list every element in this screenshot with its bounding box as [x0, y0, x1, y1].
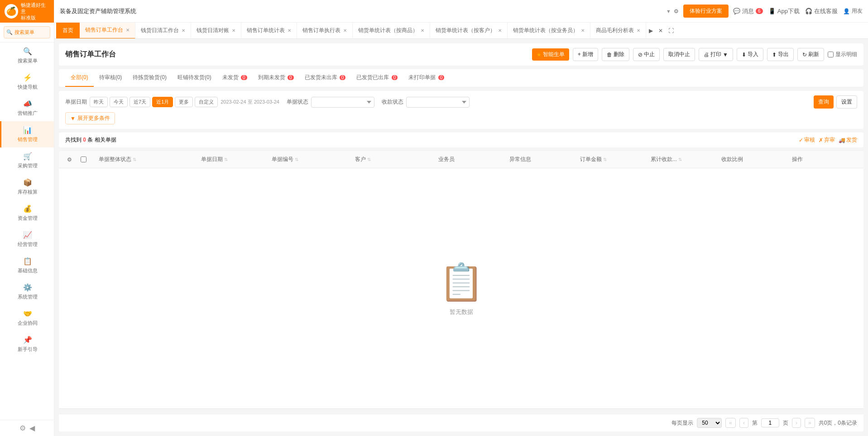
sidebar-item-inventory[interactable]: 📦 库存核算 [0, 174, 54, 200]
sub-tab-not-shipped[interactable]: 未发货 0 [217, 69, 253, 87]
tab-cash-daily[interactable]: 钱货日清工作台 ✕ [135, 23, 191, 39]
first-page-button[interactable]: « [725, 418, 736, 428]
smart-create-button[interactable]: ★ 智能生单 [532, 48, 569, 61]
payment-select[interactable] [406, 97, 470, 108]
tab-sales-workbench[interactable]: 销售订单工作台 ✕ [80, 23, 135, 39]
tab-gross-margin[interactable]: 商品毛利分析表 ✕ [590, 23, 646, 39]
sort-date-icon[interactable]: ⇅ [224, 157, 228, 162]
sort-amount-icon[interactable]: ⇅ [603, 157, 607, 162]
sidebar-item-finance[interactable]: 💰 资金管理 [0, 200, 54, 226]
sub-tab-pending-inspect[interactable]: 待拣货验货(0) [127, 69, 172, 87]
tab-more-button[interactable]: ▶ [646, 23, 656, 39]
last-page-button[interactable]: » [805, 418, 815, 428]
sub-tab-shipped-not-out[interactable]: 已发货未出库 0 [299, 69, 351, 87]
sort-number-icon[interactable]: ⇅ [295, 157, 298, 162]
tab-close-icon[interactable]: ✕ [232, 28, 235, 33]
table-scrollbar[interactable] [59, 408, 863, 414]
table-body-empty: 📋 暂无数据 [59, 168, 863, 408]
prev-page-button[interactable]: ‹ [739, 418, 748, 428]
industry-solution-button[interactable]: 体验行业方案 [683, 5, 729, 18]
th-checkbox[interactable] [77, 151, 95, 168]
th-customer[interactable]: 客户 ⇅ [351, 151, 435, 168]
tab-home[interactable]: 首页 [56, 23, 80, 39]
date-btn-today[interactable]: 今天 [110, 97, 128, 107]
tab-close-icon[interactable]: ✕ [581, 28, 585, 33]
sidebar-item-enterprise[interactable]: 🤝 企业协同 [0, 305, 54, 331]
sub-tab-all[interactable]: 全部(0) [65, 69, 94, 87]
online-service-button[interactable]: 🎧 在线客服 [805, 7, 838, 15]
user-menu[interactable]: 👤 用友 [843, 7, 863, 15]
per-page-select[interactable]: 50 20 100 [697, 418, 722, 428]
date-btn-1month[interactable]: 近1月 [152, 97, 173, 107]
sub-tab-not-printed[interactable]: 未打印单据 0 [403, 69, 450, 87]
app-download-button[interactable]: 📱 App下载 [768, 7, 800, 15]
settings-button[interactable]: 设置 [836, 95, 857, 109]
tab-close-icon[interactable]: ✕ [288, 28, 291, 33]
tab-cash-reconcile[interactable]: 钱货日清对账 ✕ [191, 23, 241, 39]
export-button[interactable]: ⬆ 导出 [767, 48, 794, 61]
date-btn-yesterday[interactable]: 昨天 [90, 97, 108, 107]
sidebar-item-sales[interactable]: 📊 销售管理 [0, 121, 54, 147]
th-settings[interactable]: ⚙ [63, 151, 77, 168]
settings-gear-icon[interactable]: ⚙ [674, 8, 679, 14]
tab-sales-summary-product[interactable]: 销货单统计表（按商品） ✕ [353, 23, 430, 39]
sidebar-item-purchase[interactable]: 🛒 采购管理 [0, 147, 54, 174]
tab-sales-exec[interactable]: 销售订单执行表 ✕ [297, 23, 353, 39]
sort-status-icon[interactable]: ⇅ [133, 157, 136, 162]
th-number[interactable]: 单据编号 ⇅ [268, 151, 351, 168]
suspend-button[interactable]: ⊘ 中止 [633, 48, 660, 61]
status-select[interactable] [311, 97, 374, 108]
tab-close-icon[interactable]: ✕ [421, 28, 424, 33]
tab-close-icon[interactable]: ✕ [343, 28, 347, 33]
ship-button[interactable]: 🚚 发货 [839, 136, 857, 144]
sub-tab-pending-review[interactable]: 待审核(0) [94, 69, 128, 87]
print-button[interactable]: 🖨 打印 ▼ [699, 48, 733, 61]
expand-conditions-button[interactable]: ▼ 展开更多条件 [65, 112, 115, 124]
search-menu-button[interactable]: 🔍 搜索菜单 [4, 26, 50, 38]
th-date[interactable]: 单据日期 ⇅ [197, 151, 268, 168]
date-btn-7days[interactable]: 近7天 [129, 97, 150, 107]
th-collected[interactable]: 累计收款... ⇅ [647, 151, 718, 168]
date-btn-custom[interactable]: 自定义 [195, 97, 218, 107]
sub-tab-overdue[interactable]: 到期未发货 0 [253, 69, 299, 87]
tab-close-icon[interactable]: ✕ [498, 28, 502, 33]
sidebar-item-marketing[interactable]: 📣 营销推广 [0, 95, 54, 121]
show-detail-checkbox[interactable]: 显示明细 [828, 51, 857, 58]
select-all-checkbox[interactable] [81, 156, 86, 162]
refresh-button[interactable]: ↻ 刷新 [797, 48, 824, 61]
import-button[interactable]: ⬇ 导入 [737, 48, 763, 61]
sidebar-item-shortcut[interactable]: ⚡ 快捷导航 [0, 69, 54, 95]
sidebar-item-guide[interactable]: 📌 新手引导 [0, 331, 54, 357]
audit-button[interactable]: ✓ 审核 [799, 136, 815, 144]
cancel-suspend-button[interactable]: 取消中止 [663, 48, 695, 61]
sub-tab-wangpu[interactable]: 旺铺待发货(0) [172, 69, 217, 87]
tab-close-icon[interactable]: ✕ [637, 28, 640, 33]
purchase-nav-icon: 🛒 [23, 152, 32, 161]
tab-close-icon[interactable]: ✕ [126, 28, 129, 33]
date-btn-more[interactable]: 更多 [175, 97, 193, 107]
th-amount[interactable]: 订单金额 ⇅ [576, 151, 647, 168]
page-number-input[interactable] [761, 418, 779, 427]
th-status[interactable]: 单据整体状态 ⇅ [95, 151, 197, 168]
settings-icon[interactable]: ⚙ [19, 424, 26, 432]
cancel-audit-button[interactable]: ✗ 弃审 [819, 136, 835, 144]
add-button[interactable]: + 新增 [573, 48, 598, 61]
sort-customer-icon[interactable]: ⇅ [367, 157, 371, 162]
tab-sales-summary-staff[interactable]: 销货单统计表（按业务员） ✕ [508, 23, 590, 39]
tab-close-icon[interactable]: ✕ [182, 28, 185, 33]
tab-sales-summary-customer[interactable]: 销货单统计表（按客户） ✕ [430, 23, 508, 39]
sidebar-item-search[interactable]: 🔍 搜索菜单 [0, 43, 54, 69]
tab-close-all-button[interactable]: ✕ [656, 23, 666, 39]
sidebar-item-operations[interactable]: 📈 经营管理 [0, 226, 54, 252]
tab-fullscreen-button[interactable]: ⛶ [666, 23, 676, 39]
collapse-icon[interactable]: ◀ [29, 424, 35, 432]
tab-sales-stats[interactable]: 销售订单统计表 ✕ [241, 23, 297, 39]
sort-collected-icon[interactable]: ⇅ [678, 157, 682, 162]
message-button[interactable]: 💬 消息 6 [733, 7, 763, 15]
next-page-button[interactable]: › [792, 418, 801, 428]
query-button[interactable]: 查询 [814, 95, 834, 109]
sidebar-item-basic[interactable]: 📋 基础信息 [0, 252, 54, 279]
sub-tab-shipped-out[interactable]: 已发货已出库 0 [351, 69, 403, 87]
sidebar-item-system[interactable]: ⚙️ 系统管理 [0, 279, 54, 305]
delete-button[interactable]: 🗑 删除 [602, 48, 629, 61]
